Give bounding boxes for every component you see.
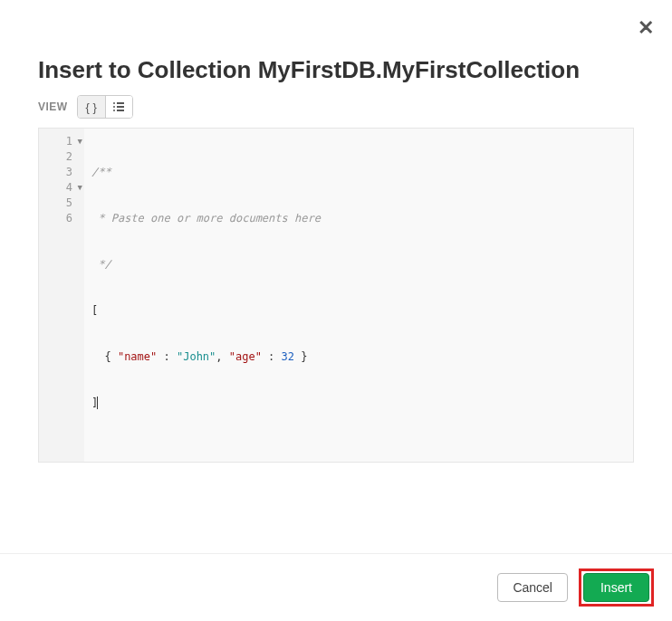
view-toggle-group: { } (77, 95, 133, 119)
editor-code-area[interactable]: /** * Paste one or more documents here *… (84, 129, 633, 462)
braces-icon: { } (86, 100, 97, 114)
modal-footer: Cancel Insert (0, 553, 672, 621)
editor-gutter: 1▼ 2 3 4▼ 5 6 (39, 129, 84, 462)
cancel-button[interactable]: Cancel (497, 573, 568, 602)
insert-button[interactable]: Insert (583, 573, 649, 602)
view-json-button[interactable]: { } (78, 96, 105, 118)
close-icon[interactable]: ✕ (638, 18, 654, 38)
fold-marker-icon[interactable]: ▼ (75, 134, 82, 149)
view-list-button[interactable] (105, 96, 132, 118)
code-editor[interactable]: 1▼ 2 3 4▼ 5 6 /** * Paste one or more do… (38, 128, 634, 463)
list-icon (113, 102, 124, 111)
modal-title: Insert to Collection MyFirstDB.MyFirstCo… (38, 56, 634, 84)
view-mode-row: VIEW { } (38, 95, 634, 119)
view-label: VIEW (38, 100, 68, 113)
fold-marker-icon[interactable]: ▼ (75, 180, 82, 196)
insert-button-highlight: Insert (579, 568, 654, 607)
